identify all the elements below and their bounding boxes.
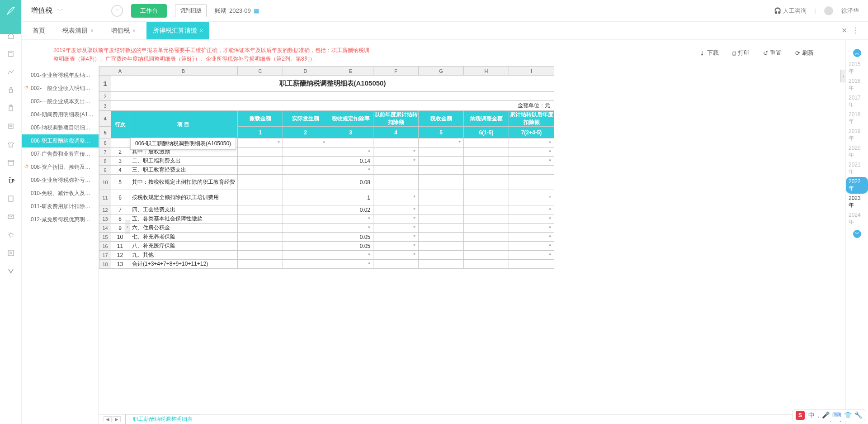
col-header[interactable]: A — [111, 67, 129, 76]
cell[interactable] — [464, 190, 509, 205]
ime-shirt-icon[interactable]: 👕 — [844, 411, 852, 419]
old-version-button[interactable]: 切到旧版 — [175, 4, 207, 17]
chart-icon[interactable] — [7, 68, 15, 76]
table-row[interactable]: 138五、各类基本社会保障性缴款*** — [99, 214, 554, 224]
ime-keyboard-icon[interactable]: ⌨ — [832, 411, 841, 419]
year-item[interactable]: 2021年 — [846, 160, 868, 177]
cell[interactable] — [419, 190, 464, 205]
download-button[interactable]: ⭳ 下载 — [699, 49, 719, 57]
cell[interactable] — [283, 224, 328, 233]
cell[interactable]: * — [328, 166, 373, 175]
cell[interactable]: * — [328, 214, 373, 224]
mail-icon[interactable] — [7, 213, 15, 221]
calendar-picker-icon[interactable]: ▦ — [254, 7, 259, 14]
refresh-circle-icon[interactable]: ≡ — [111, 5, 123, 17]
cell[interactable]: * — [328, 260, 373, 269]
table-row[interactable]: 116按税收规定全额扣除的职工培训费用1** — [99, 190, 554, 205]
cell[interactable]: * — [373, 242, 419, 251]
cell[interactable] — [283, 175, 328, 190]
year-item[interactable]: 2017年 — [846, 93, 868, 110]
cell[interactable]: * — [509, 242, 554, 251]
form-list-item-1[interactable]: 002-一般企业收入明细表(A... — [22, 82, 99, 95]
table-row[interactable]: 83二、职工福利费支出0.14** — [99, 157, 554, 166]
cell[interactable] — [283, 260, 328, 269]
cup-icon[interactable] — [7, 176, 15, 185]
ime-punct[interactable]: , — [817, 411, 819, 419]
cell[interactable] — [509, 175, 554, 190]
cell[interactable] — [283, 233, 328, 242]
cell[interactable]: * — [373, 224, 419, 233]
cell[interactable] — [419, 205, 464, 214]
form-list-item-6[interactable]: 007-广告费和业务宣传费跨... — [22, 148, 99, 161]
consult-link[interactable]: 🎧 人工咨询 — [774, 7, 807, 15]
cell[interactable]: * — [283, 138, 328, 148]
cell[interactable] — [283, 148, 328, 157]
ime-tool-icon[interactable]: 🔧 — [854, 411, 862, 419]
cell[interactable] — [238, 166, 283, 175]
cell[interactable] — [464, 214, 509, 224]
v-icon[interactable] — [7, 267, 15, 275]
cell[interactable]: * — [419, 138, 464, 148]
year-item[interactable]: 2018年 — [846, 110, 868, 127]
tab-close-icon[interactable]: × — [132, 28, 136, 34]
cell[interactable] — [283, 166, 328, 175]
col-header[interactable]: I — [509, 67, 554, 76]
tab-1[interactable]: 税表清册× — [61, 22, 95, 39]
table-row[interactable]: 105其中：按税收规定比例扣除的职工教育经费0.08 — [99, 175, 554, 190]
cell[interactable] — [283, 251, 328, 260]
cell[interactable] — [373, 138, 419, 148]
cell[interactable] — [464, 148, 509, 157]
data-grid[interactable]: ABCDEFGHI1职工薪酬纳税调整明细表(A105050)23金额单位：元4行… — [99, 66, 554, 269]
cell[interactable] — [419, 251, 464, 260]
clipboard-icon[interactable] — [7, 104, 15, 112]
refresh-button[interactable]: ⟳ 刷新 — [795, 49, 814, 57]
cell[interactable]: * — [509, 190, 554, 205]
cell[interactable] — [464, 242, 509, 251]
calendar-icon[interactable] — [7, 158, 15, 167]
cell[interactable]: * — [328, 224, 373, 233]
year-item[interactable]: 2023年 — [846, 194, 868, 210]
cell[interactable] — [238, 242, 283, 251]
table-row[interactable]: 149六、住房公积金*** — [99, 224, 554, 233]
username[interactable]: 徐泽华 — [841, 7, 859, 15]
cell[interactable] — [419, 148, 464, 157]
table-row[interactable]: 94三、职工教育经费支出* — [99, 166, 554, 175]
cell[interactable] — [238, 251, 283, 260]
cell[interactable]: * — [373, 148, 419, 157]
form-list-item-3[interactable]: 004-期间费用明细表(A1040... — [22, 108, 99, 121]
form-list-item-10[interactable]: 011-研发费用加计扣除优惠... — [22, 200, 99, 213]
form-list-item-2[interactable]: 003-一般企业成本支出明细... — [22, 95, 99, 108]
cell[interactable] — [238, 148, 283, 157]
print-button[interactable]: ⎙ 打印 — [732, 49, 750, 57]
cell[interactable]: * — [373, 157, 419, 166]
cell[interactable]: * — [509, 138, 554, 148]
cell[interactable] — [419, 242, 464, 251]
year-item[interactable]: 2015年 — [846, 60, 868, 76]
ime-mode[interactable]: 中 — [808, 411, 815, 419]
year-item[interactable]: 2024年 — [846, 210, 868, 227]
cell[interactable] — [238, 205, 283, 214]
cell[interactable]: * — [373, 233, 419, 242]
cell[interactable] — [419, 166, 464, 175]
cell[interactable] — [464, 251, 509, 260]
file-icon[interactable] — [7, 50, 15, 58]
cell[interactable] — [464, 260, 509, 269]
col-header[interactable]: G — [419, 67, 464, 76]
cell[interactable]: 0.05 — [328, 242, 373, 251]
gear-icon[interactable] — [7, 231, 15, 239]
table-row[interactable]: 1712九、其他*** — [99, 251, 554, 260]
cell[interactable] — [419, 224, 464, 233]
year-item[interactable]: 2020年 — [846, 143, 868, 160]
cell[interactable]: * — [509, 148, 554, 157]
sheet-nav[interactable]: ◀▶ — [104, 416, 121, 422]
cell[interactable] — [238, 157, 283, 166]
form-list-item-4[interactable]: 005-纳税调整项目明细表(A1... — [22, 121, 99, 134]
cell[interactable] — [373, 260, 419, 269]
cell[interactable]: * — [373, 190, 419, 205]
col-header[interactable]: F — [373, 67, 419, 76]
cell[interactable]: 0.08 — [328, 175, 373, 190]
cell[interactable] — [238, 224, 283, 233]
shirt-icon[interactable] — [7, 140, 15, 148]
module-selector[interactable]: 增值税 ﹀ — [31, 6, 103, 15]
year-item[interactable]: 2022年 — [846, 177, 868, 194]
